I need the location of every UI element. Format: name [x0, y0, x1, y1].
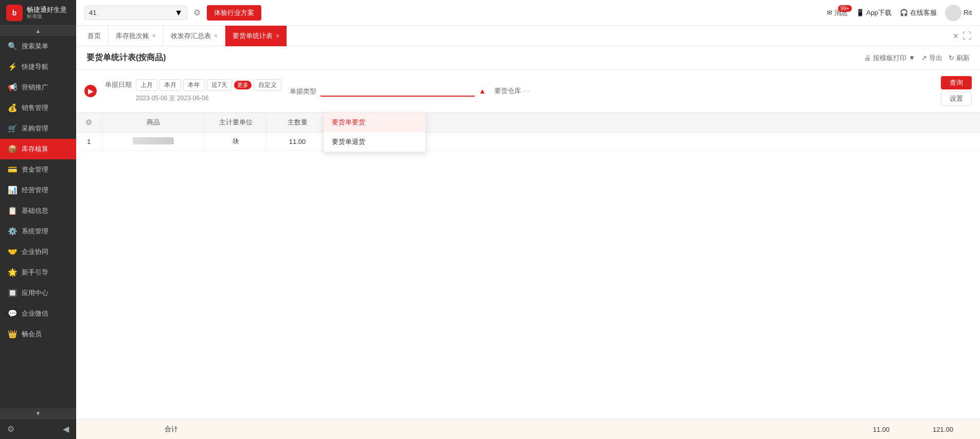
date-prev-month-btn[interactable]: 上月 [136, 79, 157, 91]
sidebar-item-search[interactable]: 🔍 搜索菜单 [0, 36, 76, 57]
marketing-icon: 📢 [7, 82, 17, 93]
date-custom-btn[interactable]: 自定义 [254, 79, 281, 91]
tab-order-stats[interactable]: 要货单统计表 × [225, 26, 287, 46]
sidebar-item-sales[interactable]: 💰 销售管理 [0, 98, 76, 118]
settings-btn[interactable]: 设置 [941, 92, 972, 106]
close-all-tabs-btn[interactable]: × [953, 31, 958, 41]
sidebar-item-inventory-label: 库存核算 [22, 144, 48, 154]
col-qty-header: 主数量 [266, 113, 328, 133]
dropdown-item-order-goods[interactable]: 要货单要货 [324, 113, 425, 132]
sidebar-title-block: 畅捷通好生意 标准版 [27, 6, 67, 20]
type-filter-group: 单据类型 ▲ [290, 86, 486, 97]
filter-expand-btn[interactable]: ▶ [84, 85, 97, 97]
date-filter-group: 单据日期 上月 本月 本年 近7天 更多 自定义 2023-05-06 至 20… [105, 79, 281, 103]
tab-receive-summary[interactable]: 收发存汇总表 × [164, 26, 225, 46]
tab-order-stats-close[interactable]: × [276, 32, 279, 40]
filter-area: ▶ 单据日期 上月 本月 本年 近7天 更多 自定义 2023-05-06 至 … [76, 70, 980, 113]
sidebar-item-enterprise-label: 企业协同 [22, 247, 48, 257]
export-btn[interactable]: ↗ 导出 [921, 53, 942, 63]
warehouse-filter-dots[interactable]: ··· [523, 86, 530, 96]
topbar-search-input[interactable] [89, 9, 171, 16]
sidebar-item-purchase[interactable]: 🛒 采购管理 [0, 118, 76, 139]
sidebar-item-apps-label: 应用中心 [22, 288, 48, 298]
refresh-label: 刷新 [956, 53, 970, 63]
sidebar-item-guide-label: 新手引导 [22, 268, 48, 277]
sidebar-item-wechat[interactable]: 💬 企业微信 [0, 303, 76, 324]
sidebar-nav: 🔍 搜索菜单 ⚡ 快捷导航 📢 营销推广 💰 销售管理 🛒 采购管理 📦 库存核… [0, 36, 76, 408]
online-service-label: 在线客服 [910, 8, 937, 17]
sidebar-scroll-down[interactable]: ▼ [0, 408, 76, 418]
dropdown-item-order-return[interactable]: 要货单退货 [324, 132, 425, 152]
expand-tabs-btn[interactable]: ⛶ [963, 31, 972, 41]
refresh-btn[interactable]: ↻ 刷新 [949, 53, 970, 63]
page-title: 要货单统计表(按商品) [86, 52, 166, 63]
tab-order-stats-label: 要货单统计表 [233, 31, 273, 41]
sidebar-item-marketing[interactable]: 📢 营销推广 [0, 77, 76, 98]
date-this-year-btn[interactable]: 本年 [183, 79, 205, 91]
sidebar-item-apps[interactable]: 🔲 应用中心 [0, 283, 76, 303]
tab-home[interactable]: 首页 [80, 26, 109, 46]
collapse-sidebar-icon[interactable]: ◀ [63, 424, 69, 434]
date-this-month-btn[interactable]: 本月 [159, 79, 181, 91]
sidebar-item-purchase-label: 采购管理 [22, 124, 48, 133]
print-btn[interactable]: 🖨 按模板打印 ▼ [864, 53, 915, 63]
data-table: ⚙ 商品 主计量单位 主数量 零售金额 1 块 [76, 113, 980, 151]
sidebar-app-subtitle: 标准版 [27, 13, 67, 20]
cell-row-num: 1 [76, 133, 102, 151]
date-7days-btn[interactable]: 近7天 [207, 79, 232, 91]
sidebar-item-inventory[interactable]: 📦 库存核算 [0, 139, 76, 159]
sidebar-scroll-up[interactable]: ▲ [0, 26, 76, 36]
app-download-btn[interactable]: 📱 App下载 [856, 8, 892, 17]
cell-unit: 块 [205, 133, 266, 151]
sidebar-item-basic[interactable]: 📋 基础信息 [0, 200, 76, 221]
user-avatar-btn[interactable]: Rit [945, 5, 972, 21]
tab-inventory-batch-label: 库存批次账 [116, 31, 149, 41]
sidebar-item-marketing-label: 营销推广 [22, 83, 48, 92]
sidebar-item-operations[interactable]: 📊 经营管理 [0, 180, 76, 200]
system-icon: ⚙️ [7, 226, 17, 236]
online-service-btn[interactable]: 🎧 在线客服 [900, 8, 937, 17]
trial-btn[interactable]: 体验行业方案 [207, 5, 261, 21]
table-container: ⚙ 商品 主计量单位 主数量 零售金额 1 块 [76, 113, 980, 419]
sidebar-item-guide[interactable]: 🌟 新手引导 [0, 262, 76, 283]
type-filter-arrow-icon[interactable]: ▲ [479, 87, 486, 95]
sidebar-item-member[interactable]: 👑 畅会员 [0, 324, 76, 344]
goods-blurred [133, 137, 174, 144]
export-icon: ↗ [921, 54, 927, 62]
sidebar-item-system-label: 系统管理 [22, 227, 48, 236]
sidebar-item-finance[interactable]: 💳 资金管理 [0, 159, 76, 180]
user-name: Rit [964, 9, 972, 16]
footer-label: 合计 [165, 425, 178, 434]
sidebar-item-system[interactable]: ⚙️ 系统管理 [0, 221, 76, 242]
sidebar-item-wechat-label: 企业微信 [22, 309, 48, 318]
operations-icon: 📊 [7, 185, 17, 195]
sidebar-item-operations-label: 经营管理 [22, 186, 48, 195]
tab-receive-summary-close[interactable]: × [214, 32, 218, 40]
query-btn[interactable]: 查询 [941, 76, 972, 89]
app-download-label: App下载 [866, 8, 892, 17]
print-arrow-icon: ▼ [908, 54, 915, 62]
topbar-gear-icon[interactable]: ⚙ [193, 8, 201, 17]
sidebar-item-enterprise[interactable]: 🤝 企业协同 [0, 242, 76, 262]
footer-amount: 121.00 [912, 426, 974, 433]
messages-btn[interactable]: ✉ 消息 99+ [827, 8, 848, 17]
apps-icon: 🔲 [7, 288, 17, 298]
type-dropdown: 要货单要货 要货单退货 [323, 112, 426, 152]
type-filter-input[interactable] [320, 86, 475, 97]
search-wrap[interactable]: ▼ [84, 6, 187, 20]
tab-inventory-batch-close[interactable]: × [152, 32, 156, 40]
cell-qty: 11.00 [266, 133, 328, 151]
messages-badge: 99+ [838, 5, 852, 12]
filter-action-buttons: 查询 设置 [941, 76, 972, 106]
message-icon: ✉ [827, 9, 832, 16]
sidebar-footer: ⚙ ◀ [0, 418, 76, 439]
date-more-btn[interactable]: 更多 [234, 81, 252, 89]
sidebar-item-shortcut[interactable]: ⚡ 快捷导航 [0, 57, 76, 77]
topbar-right: ✉ 消息 99+ 📱 App下载 🎧 在线客服 Rit [827, 5, 972, 21]
col-gear[interactable]: ⚙ [76, 113, 102, 133]
settings-footer-icon[interactable]: ⚙ [7, 424, 14, 434]
sales-icon: 💰 [7, 103, 17, 113]
tab-inventory-batch[interactable]: 库存批次账 × [109, 26, 164, 46]
cell-extra [390, 133, 980, 151]
warehouse-filter-group: 要货仓库 ··· [494, 86, 530, 96]
